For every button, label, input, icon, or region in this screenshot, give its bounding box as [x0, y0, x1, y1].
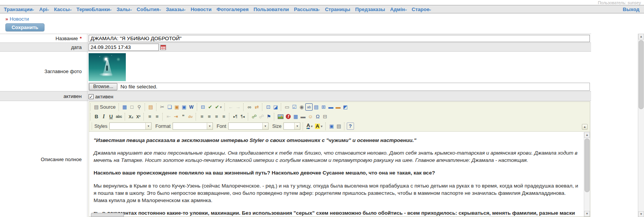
bold-button[interactable]: B — [93, 113, 100, 120]
paste-icon[interactable]: ▣ — [173, 103, 181, 111]
subscript-button[interactable]: X₂ — [127, 113, 135, 120]
print-icon[interactable]: ⊟ — [199, 103, 207, 111]
insert-table-icon[interactable]: ▦ — [292, 113, 299, 120]
nav-item-cash-registers[interactable]: Кассы› — [54, 7, 72, 12]
redo-icon[interactable]: → — [234, 103, 242, 111]
font-select[interactable]: ▾ — [228, 122, 268, 130]
align-left-icon[interactable]: ≡ — [198, 113, 206, 120]
copy-icon[interactable]: ❏ — [166, 103, 173, 111]
photo-file-input[interactable]: Browse... No file selected. — [89, 83, 590, 91]
new-page-icon[interactable]: □ — [128, 103, 136, 111]
select-all-icon[interactable]: ⊡ — [265, 103, 272, 111]
nav-item-news[interactable]: Новости — [191, 7, 212, 12]
nav-item-admin[interactable]: Адмін› — [390, 7, 407, 12]
align-right-icon[interactable]: ≡ — [213, 113, 220, 120]
scroll-down-arrow-icon[interactable]: ▼ — [638, 211, 644, 217]
form-icon[interactable]: ▭ — [283, 103, 291, 111]
underline-button[interactable]: U — [107, 113, 115, 120]
link-icon[interactable]: ☍ — [250, 113, 258, 120]
horizontal-rule-icon[interactable]: ▬ — [299, 113, 306, 120]
align-center-icon[interactable]: ≡ — [206, 113, 213, 120]
editor-scrollbar[interactable]: ▲ ▼ — [584, 132, 590, 217]
nav-item-api[interactable]: Api› — [39, 7, 49, 12]
nav-item-events[interactable]: События› — [137, 7, 161, 12]
div-container-icon[interactable]: div — [187, 113, 194, 120]
spellcheck-icon[interactable]: ✔ — [207, 103, 214, 111]
nav-item-pages[interactable]: Страницы — [325, 7, 350, 12]
select-field-icon[interactable]: ⊞ — [320, 103, 327, 111]
nav-item-thermo-blanks[interactable]: ТермоБланки› — [76, 7, 112, 12]
calendar-icon[interactable] — [160, 45, 166, 50]
justify-icon[interactable]: ≡ — [220, 113, 227, 120]
partial-bottom-element — [91, 213, 124, 217]
superscript-button[interactable]: X² — [135, 113, 142, 120]
nav-item-preorders[interactable]: Предзаказы — [355, 7, 385, 12]
show-blocks-icon[interactable]: ▤ — [335, 122, 343, 130]
nav-item-orders[interactable]: Заказы› — [166, 7, 186, 12]
spellcheck-auto-button[interactable]: ✔▾ — [214, 103, 223, 111]
scroll-up-arrow-icon[interactable]: ▲ — [638, 34, 644, 39]
date-input[interactable] — [89, 44, 159, 51]
scroll-up-arrow-icon[interactable]: ▲ — [584, 132, 590, 138]
blockquote-icon[interactable]: ” — [180, 113, 187, 120]
styles-select[interactable]: ▾ — [109, 122, 152, 130]
replace-icon[interactable]: ⇄ — [253, 103, 260, 111]
page-scrollbar[interactable]: ▲ ▼ — [638, 34, 644, 217]
page-scrollbar-thumb[interactable] — [639, 40, 644, 109]
source-button[interactable]: ▤Source — [93, 103, 117, 111]
text-direction-rtl-icon[interactable]: ¶◂ — [239, 113, 246, 120]
browse-button[interactable]: Browse... — [89, 83, 117, 90]
radio-field-icon[interactable]: ◉ — [298, 103, 305, 111]
collapse-toolbar-button[interactable]: ▲ — [582, 124, 588, 130]
undo-icon[interactable]: ← — [227, 103, 234, 111]
indent-icon[interactable]: ⇥ — [172, 113, 180, 120]
editor-content-area[interactable]: "Известная певица рассказала в эксклюзив… — [89, 132, 584, 217]
numbered-list-icon[interactable]: ≡ — [146, 113, 153, 120]
background-color-button[interactable]: A▾ — [314, 122, 324, 130]
page-break-icon[interactable]: ⊟ — [321, 113, 329, 120]
cut-icon[interactable]: ✂ — [159, 103, 166, 111]
insert-flash-icon[interactable]: f — [285, 113, 292, 120]
find-icon[interactable]: ∞ — [246, 103, 253, 111]
editor-scrollbar-thumb[interactable] — [585, 139, 590, 192]
bulleted-list-icon[interactable]: ≡ — [153, 113, 161, 120]
nav-item-old[interactable]: Старое› — [412, 7, 431, 12]
title-input[interactable] — [89, 35, 590, 42]
smiley-icon[interactable]: ☺ — [306, 113, 314, 120]
text-field-icon[interactable]: ab — [305, 103, 313, 111]
about-button[interactable]: ? — [347, 122, 354, 130]
strikethrough-button[interactable]: abc — [115, 113, 123, 120]
format-select[interactable]: ▾ — [173, 122, 213, 130]
special-character-icon[interactable]: Ω — [314, 113, 321, 120]
unlink-icon[interactable]: ☍ — [258, 113, 265, 120]
size-select[interactable]: ▾ — [283, 122, 300, 130]
active-checkbox[interactable]: ✓ — [89, 94, 94, 99]
button-field-icon[interactable]: ▬ — [327, 103, 334, 111]
scroll-down-arrow-icon[interactable]: ▼ — [584, 211, 590, 217]
paste-text-icon[interactable]: ▣ — [181, 103, 188, 111]
image-button-field-icon[interactable]: ▬ — [334, 103, 342, 111]
outdent-icon[interactable]: ⇤ — [165, 113, 172, 120]
nav-item-photo-gallery[interactable]: Фотогалерея — [216, 7, 249, 12]
italic-button[interactable]: I — [100, 113, 107, 120]
save-button[interactable]: Сохранить — [5, 23, 44, 31]
hidden-field-icon[interactable]: ◩ — [342, 103, 349, 111]
preview-icon[interactable]: ⚲ — [136, 103, 143, 111]
paste-from-word-icon[interactable]: W — [188, 103, 195, 111]
templates-icon[interactable]: ▤ — [147, 103, 155, 111]
breadcrumb-news-link[interactable]: Новости — [10, 16, 29, 22]
remove-format-icon[interactable]: ◪ — [272, 103, 279, 111]
maximize-icon[interactable]: ▣ — [328, 122, 335, 130]
nav-item-halls[interactable]: Залы› — [117, 7, 132, 12]
logout-link[interactable]: Выход — [623, 7, 639, 12]
save-icon[interactable]: ▦ — [121, 103, 128, 111]
insert-image-icon[interactable] — [277, 113, 285, 120]
checkbox-field-icon[interactable]: ☑ — [291, 103, 298, 111]
nav-item-transactions[interactable]: Транзакции› — [4, 7, 34, 12]
nav-item-users[interactable]: Пользователи — [254, 7, 289, 12]
anchor-icon[interactable]: ⚑ — [265, 113, 272, 120]
text-direction-ltr-icon[interactable]: ▸¶ — [232, 113, 239, 120]
text-color-button[interactable]: A▾ — [305, 122, 314, 130]
nav-item-mailing[interactable]: Рассылка› — [294, 7, 320, 12]
textarea-field-icon[interactable]: ▤ — [313, 103, 320, 111]
